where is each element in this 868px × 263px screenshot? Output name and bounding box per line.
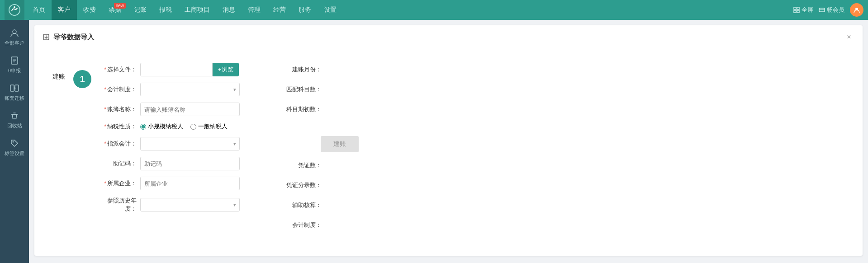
voucher-count-label: 凭证数： <box>276 161 322 169</box>
svg-point-8 <box>13 30 16 33</box>
form-divider <box>258 63 258 232</box>
nav-fee[interactable]: 收费 <box>77 0 102 20</box>
tax-small-radio[interactable] <box>140 124 146 130</box>
close-button[interactable]: × <box>844 32 854 42</box>
nav-customer[interactable]: 客户 <box>52 0 77 20</box>
memo-code-row: 助记码： <box>100 157 240 170</box>
nav-operation[interactable]: 经营 <box>267 0 292 20</box>
sidebar-item-all-customers[interactable]: 全部客户 <box>0 23 29 51</box>
sidebar-item-account-migrate[interactable]: 账套迁移 <box>0 79 29 106</box>
account-month-label: 建账月份： <box>276 66 322 74</box>
accounting-system-label: *会计制度： <box>100 85 137 94</box>
tax-type-radio-group: 小规模纳税人 一般纳税人 <box>140 122 228 131</box>
step-label: 建账 <box>52 73 65 81</box>
match-subjects-row: 匹配科目数： <box>276 83 403 96</box>
sidebar-item-tag-settings-label: 标签设置 <box>5 150 24 157</box>
ledger-name-input[interactable] <box>140 103 240 116</box>
nav-message[interactable]: 消息 <box>216 0 242 20</box>
history-year-select[interactable] <box>140 198 240 211</box>
form-right: 建账月份： 匹配科目数： 科目期初数： 建账 凭证数： <box>276 63 403 232</box>
form-left: 建账 1 *选择文件： +浏览 <box>52 63 240 232</box>
accounting-system-select-wrapper <box>140 83 240 96</box>
sidebar-item-account-migrate-label: 账套迁移 <box>5 95 24 102</box>
app-logo[interactable] <box>5 0 24 20</box>
dialog-title-text: 导爷数据导入 <box>53 33 94 42</box>
form-fields: *选择文件： +浏览 *会计制度： <box>100 63 240 213</box>
nav-right: 全屏 畅会员 <box>793 3 863 17</box>
history-year-label: 参照历史年度： <box>100 197 137 213</box>
tax-small-option[interactable]: 小规模纳税人 <box>140 122 183 131</box>
sidebar: 全部客户 0申报 账套迁移 回收站 标签设置 <box>0 20 29 263</box>
subject-initial-row: 科目期初数： <box>276 103 403 116</box>
sidebar-item-recycle[interactable]: 回收站 <box>0 106 29 134</box>
dialog-container: 导爷数据导入 × 建账 1 *选择文件： <box>34 25 863 256</box>
accounting-system-row: *会计制度： <box>100 83 240 96</box>
right-accounting-system-label: 会计制度： <box>276 221 322 229</box>
tax-type-label: *纳税性质： <box>100 122 137 131</box>
nav-menu: 首页 客户 收费 票据 new 记账 报税 工商项目 消息 管理 经营 服务 设… <box>26 0 343 20</box>
svg-point-12 <box>13 141 14 143</box>
nav-business[interactable]: 工商项目 <box>178 0 216 20</box>
svg-rect-10 <box>10 85 14 91</box>
voucher-entries-row: 凭证分录数： <box>276 178 403 192</box>
match-subjects-label: 匹配科目数： <box>276 85 322 94</box>
subject-initial-label: 科目期初数： <box>276 105 322 113</box>
nav-service[interactable]: 服务 <box>292 0 318 20</box>
nav-settings[interactable]: 设置 <box>318 0 343 20</box>
nav-manage[interactable]: 管理 <box>242 0 267 20</box>
file-input[interactable] <box>140 63 213 76</box>
import-icon <box>43 33 50 41</box>
fullscreen-label: 全屏 <box>802 6 813 14</box>
svg-point-1 <box>14 6 15 8</box>
user-avatar[interactable] <box>850 3 863 17</box>
ledger-name-row: *账簿名称： <box>100 103 240 116</box>
top-nav: 首页 客户 收费 票据 new 记账 报税 工商项目 消息 管理 经营 服务 设… <box>0 0 868 20</box>
sidebar-item-tag-settings[interactable]: 标签设置 <box>0 134 29 161</box>
main-area: 导爷数据导入 × 建账 1 *选择文件： <box>29 20 868 263</box>
assign-accountant-select-wrapper <box>140 137 240 150</box>
assign-accountant-label: *指派会计： <box>100 140 137 148</box>
assign-accountant-select[interactable] <box>140 137 240 150</box>
svg-rect-4 <box>794 10 796 13</box>
right-accounting-system-row: 会计制度： <box>276 218 403 232</box>
fullscreen-button[interactable]: 全屏 <box>793 6 813 14</box>
account-month-row: 建账月份： <box>276 63 403 76</box>
vip-button[interactable]: 畅会员 <box>819 6 844 14</box>
nav-home[interactable]: 首页 <box>26 0 52 20</box>
svg-rect-5 <box>797 10 799 13</box>
file-label: *选择文件： <box>100 66 137 74</box>
nav-tax[interactable]: 报税 <box>153 0 178 20</box>
company-row: *所属企业： <box>100 177 240 190</box>
assign-accountant-row: *指派会计： <box>100 137 240 150</box>
accounting-system-select[interactable] <box>140 83 240 96</box>
memo-code-input[interactable] <box>140 157 240 170</box>
vip-label: 畅会员 <box>827 6 844 14</box>
history-year-row: 参照历史年度： <box>100 197 240 213</box>
voucher-entries-label: 凭证分录数： <box>276 181 322 189</box>
nav-invoice[interactable]: 票据 new <box>102 0 128 20</box>
svg-rect-3 <box>797 7 799 9</box>
tax-general-radio[interactable] <box>190 124 196 130</box>
history-year-select-wrapper <box>140 198 240 211</box>
sidebar-item-recycle-label: 回收站 <box>7 122 22 129</box>
new-badge: new <box>114 3 126 9</box>
tax-type-row: *纳税性质： 小规模纳税人 一般纳税人 <box>100 122 240 131</box>
svg-rect-2 <box>794 7 796 9</box>
svg-rect-6 <box>819 8 825 12</box>
create-account-button[interactable]: 建账 <box>321 136 359 152</box>
company-input[interactable] <box>140 177 240 190</box>
auxiliary-row: 辅助核算： <box>276 198 403 212</box>
sidebar-item-declare[interactable]: 0申报 <box>0 51 29 79</box>
step-badge: 1 <box>73 70 91 88</box>
dialog-body: 建账 1 *选择文件： +浏览 <box>34 49 863 245</box>
file-input-group: +浏览 <box>140 63 239 76</box>
voucher-count-row: 凭证数： <box>276 159 403 172</box>
sidebar-item-all-customers-label: 全部客户 <box>5 40 24 47</box>
tax-general-option[interactable]: 一般纳税人 <box>190 122 228 131</box>
dialog-header: 导爷数据导入 × <box>34 25 863 49</box>
browse-button[interactable]: +浏览 <box>213 63 239 76</box>
nav-bookkeeping[interactable]: 记账 <box>128 0 153 20</box>
svg-point-0 <box>9 5 20 15</box>
file-row: *选择文件： +浏览 <box>100 63 240 76</box>
company-label: *所属企业： <box>100 179 137 188</box>
